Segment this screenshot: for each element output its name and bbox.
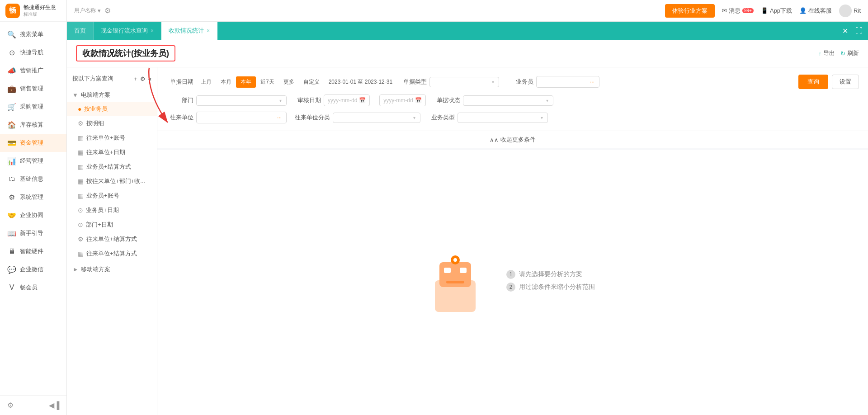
- sidebar-item-hardware[interactable]: 🖥 智能硬件: [0, 242, 66, 260]
- date-btn-last-month[interactable]: 上月: [196, 76, 216, 88]
- maximize-btn[interactable]: ⛶: [854, 25, 864, 37]
- review-date-end[interactable]: yyyy-mm-dd 📅: [379, 94, 425, 106]
- topbar: 用户名称 ▾ ⚙ 体验行业方案 ✉ 消息 99+ 📱 App下载 👤 在线客服: [67, 0, 868, 22]
- scheme-item-unit-account[interactable]: ▦ 往来单位+账号: [67, 131, 157, 145]
- sidebar-item-quicknav[interactable]: ⊙ 快捷导航: [0, 43, 66, 61]
- sidebar-menu: 🔍 搜索菜单 ⊙ 快捷导航 📣 营销推广 💼 销售管理 🛒 采购管理 🏠 库存核…: [0, 22, 66, 395]
- sidebar-item-marketing[interactable]: 📣 营销推广: [0, 61, 66, 80]
- collapse-sidebar-icon[interactable]: ◀▐: [49, 401, 59, 410]
- empty-step-1: 1 请先选择要分析的方案: [506, 270, 595, 279]
- sales-more-btn[interactable]: ···: [590, 79, 594, 85]
- panel-header: 按以下方案查询 + ⚙ «: [67, 71, 157, 86]
- scheme-item-sales-account[interactable]: ▦ 业务员+账号: [67, 189, 157, 203]
- unit-settlement2-icon: ▦: [78, 250, 84, 257]
- date-btn-this-month[interactable]: 本月: [216, 76, 236, 88]
- dropdown-icon[interactable]: ▾: [98, 7, 101, 14]
- date-range-value: 2023-01-01 至 2023-12-31: [329, 78, 392, 86]
- bank-tab-close[interactable]: ×: [151, 28, 154, 34]
- review-date-group: yyyy-mm-dd 📅 — yyyy-mm-dd 📅: [324, 94, 426, 106]
- doc-type-select[interactable]: ▾: [429, 77, 499, 87]
- date-btn-this-year[interactable]: 本年: [236, 76, 256, 88]
- settings-top-icon[interactable]: ⚙: [104, 6, 111, 15]
- collapse-up-icon: ∧∧: [490, 137, 499, 143]
- scheme-item-sales-date[interactable]: ⊙ 业务员+日期: [67, 203, 157, 217]
- review-date-start[interactable]: yyyy-mm-dd 📅: [324, 94, 370, 106]
- refresh-btn[interactable]: ↻ 刷新: [840, 49, 859, 57]
- topbar-actions: 体验行业方案 ✉ 消息 99+ 📱 App下载 👤 在线客服 Rit: [665, 4, 861, 18]
- query-button[interactable]: 查询: [798, 75, 828, 89]
- sidebar-item-operation[interactable]: 📊 经营管理: [0, 152, 66, 170]
- settings-gear-icon[interactable]: ⚙: [7, 401, 14, 410]
- add-scheme-btn[interactable]: +: [134, 75, 137, 82]
- unit-settlement1-icon: ⚙: [78, 236, 84, 243]
- calendar-end-icon: 📅: [415, 97, 422, 104]
- partner-category-select[interactable]: ▾: [333, 113, 420, 123]
- biz-type-select[interactable]: ▾: [458, 113, 548, 123]
- sidebar-item-search[interactable]: 🔍 搜索菜单: [0, 25, 66, 43]
- sidebar-item-vip[interactable]: V 畅会员: [0, 278, 66, 297]
- sidebar-item-finance[interactable]: 💳 资金管理: [0, 134, 66, 152]
- scheme-item-unit-dept[interactable]: ▦ 按往来单位+部门+收...: [67, 174, 157, 189]
- scheme-group-desktop-title[interactable]: ▼ 电脑端方案: [67, 88, 157, 102]
- user-avatar[interactable]: Rit: [839, 5, 861, 17]
- scheme-group-mobile-title[interactable]: ▼ 移动端方案: [67, 263, 157, 276]
- sales-select[interactable]: ···: [536, 76, 599, 88]
- cooperation-icon: 🤝: [7, 211, 16, 220]
- topbar-left: 用户名称 ▾ ⚙: [74, 6, 111, 15]
- close-window-btn[interactable]: ✕: [840, 25, 850, 37]
- sidebar-item-system[interactable]: ⚙ 系统管理: [0, 188, 66, 206]
- sidebar-item-purchase[interactable]: 🛒 采购管理: [0, 98, 66, 116]
- bank-tab-label: 现金银行流水查询: [101, 27, 148, 35]
- trial-button[interactable]: 体验行业方案: [665, 4, 715, 18]
- export-btn[interactable]: ↑ 导出: [819, 49, 835, 57]
- scheme-item-by-salesperson[interactable]: ● 按业务员: [67, 102, 157, 116]
- left-panel: 按以下方案查询 + ⚙ « ▼ 电脑端方案 ● 按业务员: [67, 67, 157, 415]
- step-2-text: 用过滤条件来缩小分析范围: [519, 283, 595, 291]
- date-btn-7days[interactable]: 近7天: [256, 76, 279, 88]
- operation-icon: 📊: [7, 156, 16, 165]
- sidebar-item-inventory[interactable]: 🏠 库存核算: [0, 116, 66, 134]
- partner-more-btn[interactable]: ···: [277, 114, 282, 121]
- service-icon: 👤: [799, 7, 807, 14]
- scheme-item-by-detail[interactable]: ⚙ 按明细: [67, 116, 157, 131]
- scheme-item-sales-settlement[interactable]: ▦ 业务员+结算方式: [67, 160, 157, 174]
- sidebar-item-guide[interactable]: 📖 新手引导: [0, 224, 66, 242]
- date-btn-custom[interactable]: 自定义: [299, 76, 324, 88]
- partner-select[interactable]: ···: [196, 112, 287, 123]
- dept-select[interactable]: ▾: [196, 95, 287, 106]
- doc-status-chevron: ▾: [546, 98, 548, 103]
- doc-type-chevron: ▾: [492, 80, 494, 85]
- date-tab-group: 上月 本月 本年 近7天 更多 自定义: [196, 76, 324, 88]
- collapse-bar[interactable]: ∧∧ 收起更多条件: [157, 131, 868, 148]
- date-btn-more[interactable]: 更多: [279, 76, 299, 88]
- basic-icon: 🗂: [7, 174, 16, 184]
- scheme-settings-btn[interactable]: ⚙: [140, 75, 146, 82]
- doc-type-label: 单据类型: [400, 78, 427, 86]
- tab-home[interactable]: 首页: [67, 22, 94, 40]
- doc-status-select[interactable]: ▾: [463, 95, 553, 106]
- detail-icon: ⚙: [78, 120, 84, 127]
- collection-tab-close[interactable]: ×: [207, 28, 210, 34]
- app-download-btn[interactable]: 📱 App下载: [761, 7, 792, 15]
- settings-button[interactable]: 设置: [832, 75, 859, 89]
- logo-text: 畅捷通好生意 标准版: [24, 4, 56, 18]
- tab-collection[interactable]: 收款情况统计 ×: [161, 22, 217, 40]
- tab-bank[interactable]: 现金银行流水查询 ×: [94, 22, 161, 40]
- home-tab-label: 首页: [74, 27, 86, 35]
- scheme-item-dept-date[interactable]: ⊙ 部门+日期: [67, 217, 157, 232]
- unit-dept-icon: ▦: [78, 178, 84, 185]
- sidebar-item-sales[interactable]: 💼 销售管理: [0, 80, 66, 98]
- scheme-item-unit-settlement1[interactable]: ⚙ 往来单位+结算方式: [67, 232, 157, 246]
- scheme-item-unit-settlement2[interactable]: ▦ 往来单位+结算方式: [67, 246, 157, 261]
- partner-label: 往来单位: [166, 113, 193, 122]
- online-service-btn[interactable]: 👤 在线客服: [799, 7, 832, 15]
- message-btn[interactable]: ✉ 消息 99+: [722, 7, 754, 15]
- scheme-item-unit-date[interactable]: ▦ 往来单位+日期: [67, 145, 157, 160]
- sidebar-item-basic[interactable]: 🗂 基础信息: [0, 170, 66, 188]
- sidebar-item-cooperation[interactable]: 🤝 企业协同: [0, 206, 66, 224]
- sidebar-item-wechat[interactable]: 💬 企业微信: [0, 260, 66, 278]
- empty-steps: 1 请先选择要分析的方案 2 用过滤条件来缩小分析范围: [506, 270, 595, 295]
- home-icon: ⊙: [7, 48, 16, 57]
- tabbar: 首页 现金银行流水查询 × 收款情况统计 × ✕ ⛶: [67, 22, 868, 40]
- collapse-panel-btn[interactable]: «: [148, 75, 151, 82]
